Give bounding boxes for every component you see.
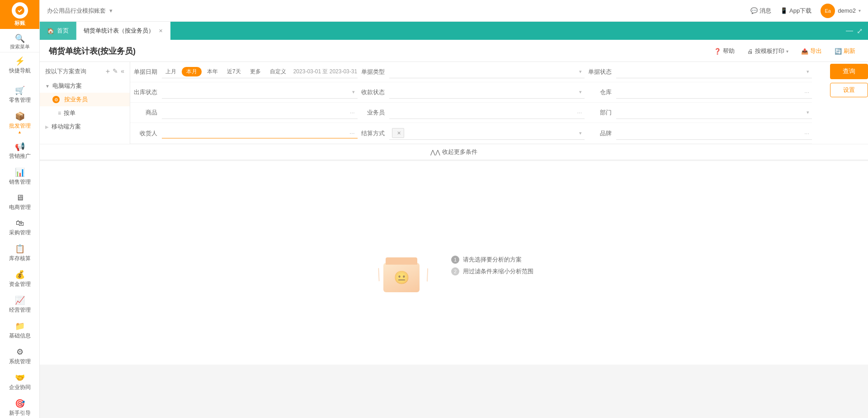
doc-type-control[interactable]: ▾: [389, 66, 585, 78]
filter-settlement-item: 结算方式 ✕ ▾: [358, 127, 585, 140]
out-status-label: 出库状态: [130, 88, 162, 96]
empty-state: 😐 ╱ ╲ 1 请先选择要分析的方案 2 用过滤条件来缩小分析范围: [40, 161, 868, 365]
message-btn[interactable]: 💬 消息: [750, 7, 771, 15]
close-tab-icon[interactable]: ✕: [159, 28, 163, 34]
receiver-control[interactable]: ···: [162, 128, 358, 138]
minimize-btn[interactable]: —: [846, 27, 853, 35]
sidebar-item-quick-nav[interactable]: ⚡ 快捷导航: [0, 52, 40, 78]
settlement-select[interactable]: ✕ ▾: [389, 127, 585, 140]
collapse-btn[interactable]: ⋀⋀ 收起更多条件: [430, 148, 477, 156]
date-range-text: 2023-03-01 至 2023-03-31: [293, 68, 357, 76]
lp-add-icon[interactable]: +: [106, 67, 110, 76]
date-tab-custom[interactable]: 自定义: [266, 67, 290, 76]
avatar-initials: Ea: [825, 8, 831, 14]
out-status-control[interactable]: ▾: [162, 86, 358, 99]
quick-nav-label: 快捷导航: [9, 67, 31, 75]
sidebar-item-system[interactable]: ⚙ 系统管理: [0, 343, 40, 369]
brand-select[interactable]: ···: [616, 127, 812, 140]
receiver-input[interactable]: [165, 130, 349, 137]
doc-status-select[interactable]: ▾: [616, 66, 812, 78]
sidebar-item-inventory[interactable]: 📋 库存核算: [0, 240, 40, 266]
sidebar-item-newbie[interactable]: 🎯 新手引导: [0, 395, 40, 418]
sidebar-item-sales[interactable]: 📊 销售管理: [0, 164, 40, 190]
finance-icon: 💰: [15, 270, 25, 280]
tree-item-by-salesperson[interactable]: ⚙ 按业务员: [40, 93, 130, 106]
receiver-dots[interactable]: ···: [349, 129, 355, 137]
tab-home-label: 首页: [57, 27, 69, 35]
salesperson-select[interactable]: ···: [389, 106, 585, 119]
app-download-btn[interactable]: 📱 App下载: [780, 7, 811, 15]
brand-control[interactable]: ···: [616, 127, 812, 140]
box-face-icon: 😐: [383, 263, 420, 292]
dept-control[interactable]: ▾: [616, 106, 812, 119]
salesperson-control[interactable]: ···: [389, 106, 585, 119]
doc-status-control[interactable]: ▾: [616, 66, 812, 78]
sidebar-item-wholesale[interactable]: 📦 批发管理 ▲: [0, 108, 40, 138]
sidebar-item-operations[interactable]: 📈 经营管理: [0, 292, 40, 318]
logo-icon: [12, 2, 28, 19]
sidebar-item-enterprise[interactable]: 🤝 企业协同: [0, 369, 40, 395]
sidebar-item-finance[interactable]: 💰 资金管理: [0, 266, 40, 292]
brand-dots: ···: [804, 130, 809, 137]
out-status-select[interactable]: ▾: [162, 86, 358, 99]
filter-row-4: 收货人 ··· 结算方式: [130, 123, 812, 144]
sidebar-item-basic-info[interactable]: 📁 基础信息: [0, 318, 40, 343]
warehouse-select[interactable]: ···: [616, 86, 812, 99]
page: 销货单统计表(按业务员) ❓ 帮助 🖨 按模板打印 ▾ 📤 导出: [40, 40, 868, 418]
print-btn[interactable]: 🖨 按模板打印 ▾: [744, 45, 792, 57]
operations-icon: 📈: [15, 295, 25, 305]
tree-item-by-order[interactable]: ≡ 按单: [40, 106, 130, 120]
inventory-icon: 📋: [15, 244, 25, 254]
tab-sales-stats-label: 销货单统计表（按业务员）: [84, 27, 154, 35]
goods-control[interactable]: ···: [162, 106, 358, 119]
filter-brand-item: 品牌 ···: [585, 127, 812, 140]
tab-home[interactable]: 🏠 首页: [40, 22, 76, 40]
tab-sales-stats[interactable]: 销货单统计表（按业务员） ✕: [76, 22, 170, 40]
settlement-clear-btn[interactable]: ✕: [397, 130, 401, 136]
marketing-label: 营销推广: [9, 152, 31, 160]
collect-status-select[interactable]: ▾: [389, 86, 585, 99]
date-tab-this-month[interactable]: 本月: [182, 67, 202, 76]
sidebar-search-item[interactable]: 🔍 搜索菜单: [0, 29, 39, 52]
query-button[interactable]: 查询: [830, 64, 868, 79]
svg-point-0: [15, 6, 24, 15]
content-area: 销货单统计表(按业务员) ❓ 帮助 🖨 按模板打印 ▾ 📤 导出: [40, 40, 868, 418]
print-icon: 🖨: [747, 48, 753, 55]
doc-status-label: 单据状态: [585, 68, 616, 76]
out-status-arrow: ▾: [352, 89, 355, 95]
tree-group-mobile[interactable]: ▶ 移动端方案: [40, 120, 130, 133]
doc-type-select[interactable]: ▾: [389, 66, 585, 78]
export-btn[interactable]: 📤 导出: [797, 45, 826, 57]
lp-collapse-icon[interactable]: «: [121, 67, 124, 76]
maximize-btn[interactable]: ⤢: [857, 27, 863, 35]
tree-group-mobile-label: 移动端方案: [52, 123, 81, 131]
tree-item-salesperson-label: 按业务员: [64, 95, 88, 104]
lp-edit-icon[interactable]: ✎: [113, 67, 118, 76]
sidebar-item-purchase[interactable]: 🛍 采购管理: [0, 215, 40, 240]
goods-select[interactable]: ···: [162, 106, 358, 119]
sidebar-item-marketing[interactable]: 📢 营销推广: [0, 138, 40, 164]
sub-item-icon: ≡: [58, 110, 61, 116]
collect-status-control[interactable]: ▾: [389, 86, 585, 99]
tree-group-desktop-label: 电脑端方案: [52, 82, 82, 90]
goods-label: 商品: [130, 109, 162, 117]
breadcrumb-dropdown-icon[interactable]: ▾: [109, 7, 113, 14]
warehouse-label: 仓库: [585, 88, 616, 96]
filter-warehouse-item: 仓库 ···: [585, 86, 812, 99]
settings-button[interactable]: 设置: [830, 83, 868, 97]
tree-group-desktop[interactable]: ▼ 电脑端方案: [40, 79, 130, 93]
user-area[interactable]: Ea demo2 ▾: [821, 4, 861, 18]
filter-doc-type-item: 单据类型 ▾: [358, 66, 585, 78]
sidebar-item-ecommerce[interactable]: 🖥 电商管理: [0, 190, 40, 215]
date-tab-last-month[interactable]: 上月: [162, 67, 180, 76]
date-tab-more[interactable]: 更多: [246, 67, 264, 76]
user-dropdown-icon: ▾: [859, 8, 861, 13]
warehouse-control[interactable]: ···: [616, 86, 812, 99]
dept-select[interactable]: ▾: [616, 106, 812, 119]
system-label: 系统管理: [9, 358, 31, 366]
date-tab-this-year[interactable]: 本年: [203, 67, 222, 76]
help-btn[interactable]: ❓ 帮助: [710, 45, 738, 57]
sidebar-item-retail[interactable]: 🛒 零售管理: [0, 82, 40, 108]
date-tab-last-7[interactable]: 近7天: [223, 67, 245, 76]
refresh-btn[interactable]: 🔄 刷新: [831, 45, 859, 57]
